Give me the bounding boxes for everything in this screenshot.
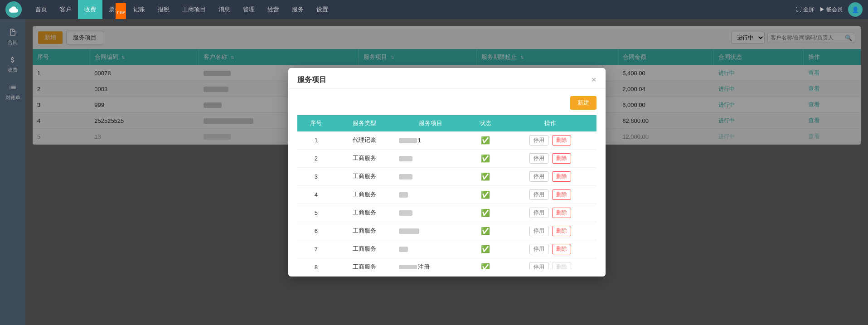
modal-cell-status: ✅ [466, 204, 504, 222]
nav-item-记账[interactable]: 记账 [127, 0, 151, 19]
modal-cell-action: 停用 删除 [504, 167, 596, 185]
sidebar-item-contract[interactable]: 合同 [0, 24, 25, 49]
nav-item-工商项目[interactable]: 工商项目 [176, 0, 212, 19]
list-item: 1 代理记账 1 ✅ 停用 删除 [297, 131, 596, 150]
modal-cell-type: 工商服务 [335, 222, 394, 240]
modal-service-table: 序号 服务类型 服务项目 状态 操作 1 代理记账 1 ✅ [297, 115, 596, 269]
delete-service-button[interactable]: 删除 [552, 189, 571, 200]
nav-item-报税[interactable]: 报税 [151, 0, 176, 19]
modal-cell-action: 停用 删除 [504, 222, 596, 240]
modal-cell-item [394, 167, 467, 185]
nav-item-首页[interactable]: 首页 [29, 0, 53, 19]
modal-body: 新建 序号 服务类型 服务项目 状态 操作 [288, 89, 606, 276]
nav-item-设置[interactable]: 设置 [310, 0, 335, 19]
stop-service-button[interactable]: 停用 [529, 262, 548, 269]
modal-cell-seq: 2 [297, 149, 335, 167]
logo-icon [5, 1, 22, 18]
modal-cell-item [394, 240, 467, 258]
stop-service-button[interactable]: 停用 [529, 135, 548, 146]
nav-item-服务[interactable]: 服务 [286, 0, 310, 19]
delete-service-button[interactable]: 删除 [552, 226, 571, 236]
status-active-icon: ✅ [481, 209, 490, 217]
modal-cell-action: 停用 删除 [504, 240, 596, 258]
modal-cell-item [394, 222, 467, 240]
main-content: 新增 服务项目 进行中 已完成 已终止 🔍 [25, 19, 868, 325]
reconcile-icon [8, 82, 18, 92]
modal-overlay[interactable]: 服务项目 × 新建 序号 服务类型 服务项目 [25, 19, 868, 325]
modal-cell-action: 停用 删除 [504, 131, 596, 150]
status-active-icon: ✅ [481, 191, 490, 199]
stop-service-button[interactable]: 停用 [529, 171, 548, 182]
modal-cell-seq: 7 [297, 240, 335, 258]
top-nav: 首页客户收费票据new记账报税工商项目消息管理经营服务设置 ⛶ 全屏 ▶ 畅会员… [0, 0, 868, 19]
modal-cell-action: 停用 删除 [504, 149, 596, 167]
delete-service-button[interactable]: 删除 [552, 208, 571, 218]
modal-tbody: 1 代理记账 1 ✅ 停用 删除 2 工商服务 ✅ 停用 删除 3 工商服务 ✅… [297, 131, 596, 269]
service-items-modal: 服务项目 × 新建 序号 服务类型 服务项目 [288, 68, 606, 276]
delete-service-button[interactable]: 删除 [552, 135, 571, 146]
list-item: 5 工商服务 ✅ 停用 删除 [297, 204, 596, 222]
nav-item-消息[interactable]: 消息 [212, 0, 237, 19]
modal-cell-type: 工商服务 [335, 149, 394, 167]
modal-cell-status: ✅ [466, 240, 504, 258]
list-item: 7 工商服务 ✅ 停用 删除 [297, 240, 596, 258]
modal-cell-status: ✅ [466, 167, 504, 185]
sidebar-item-fee[interactable]: 收费 [0, 51, 25, 77]
list-item: 4 工商服务 ✅ 停用 删除 [297, 185, 596, 204]
modal-cell-seq: 1 [297, 131, 335, 150]
modal-title: 服务项目 [297, 75, 326, 85]
modal-col-item: 服务项目 [394, 115, 467, 131]
stop-service-button[interactable]: 停用 [529, 244, 548, 254]
delete-service-button[interactable]: 删除 [552, 244, 571, 254]
modal-cell-status: ✅ [466, 131, 504, 150]
user-avatar[interactable]: 👤 [848, 2, 863, 17]
nav-item-管理[interactable]: 管理 [237, 0, 261, 19]
status-active-icon: ✅ [481, 245, 490, 253]
nav-item-票据[interactable]: 票据new [102, 0, 127, 19]
delete-service-button[interactable]: 删除 [552, 171, 571, 182]
modal-cell-seq: 3 [297, 167, 335, 185]
modal-cell-seq: 5 [297, 204, 335, 222]
sidebar-reconcile-label: 对账单 [5, 94, 20, 101]
modal-cell-action: 停用 删除 [504, 204, 596, 222]
new-service-button[interactable]: 新建 [570, 96, 596, 110]
modal-toolbar: 新建 [297, 96, 596, 110]
modal-header: 服务项目 × [288, 68, 606, 89]
nav-items: 首页客户收费票据new记账报税工商项目消息管理经营服务设置 [29, 0, 335, 19]
delete-service-button[interactable]: 删除 [552, 153, 571, 164]
modal-col-action: 操作 [504, 115, 596, 131]
modal-cell-item [394, 149, 467, 167]
modal-close-button[interactable]: × [592, 76, 596, 84]
nav-item-收费[interactable]: 收费 [78, 0, 102, 19]
modal-cell-seq: 4 [297, 185, 335, 204]
modal-cell-item [394, 204, 467, 222]
status-active-icon: ✅ [481, 155, 490, 162]
modal-cell-type: 工商服务 [335, 258, 394, 269]
stop-service-button[interactable]: 停用 [529, 226, 548, 236]
modal-cell-action: 停用 删除 [504, 258, 596, 269]
list-item: 3 工商服务 ✅ 停用 删除 [297, 167, 596, 185]
modal-cell-seq: 6 [297, 222, 335, 240]
nav-item-客户[interactable]: 客户 [53, 0, 78, 19]
contract-icon [8, 27, 18, 37]
modal-cell-action: 停用 删除 [504, 185, 596, 204]
modal-scroll-area[interactable]: 序号 服务类型 服务项目 状态 操作 1 代理记账 1 ✅ [297, 115, 596, 269]
stop-service-button[interactable]: 停用 [529, 208, 548, 218]
stop-service-button[interactable]: 停用 [529, 153, 548, 164]
modal-cell-type: 工商服务 [335, 240, 394, 258]
fullscreen-btn[interactable]: ⛶ 全屏 [796, 6, 814, 14]
delete-service-button-disabled: 删除 [552, 262, 571, 269]
modal-cell-type: 工商服务 [335, 167, 394, 185]
sidebar-contract-label: 合同 [8, 39, 18, 46]
stop-service-button[interactable]: 停用 [529, 189, 548, 200]
member-btn[interactable]: ▶ 畅会员 [820, 6, 843, 14]
sidebar-item-reconcile[interactable]: 对账单 [0, 79, 25, 105]
list-item: 8 工商服务 注册 ✅ 停用 删除 [297, 258, 596, 269]
modal-cell-item [394, 185, 467, 204]
fee-icon [8, 55, 18, 65]
status-active-icon: ✅ [481, 263, 490, 269]
nav-item-经营[interactable]: 经营 [261, 0, 286, 19]
modal-cell-type: 工商服务 [335, 204, 394, 222]
modal-cell-status: ✅ [466, 185, 504, 204]
right-actions: ⛶ 全屏 ▶ 畅会员 👤 [796, 2, 863, 17]
